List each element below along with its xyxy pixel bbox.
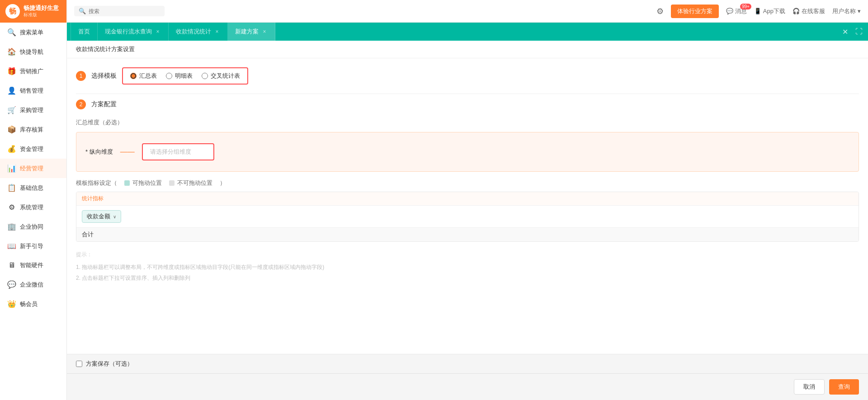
logo-title: 畅捷通好生意 — [24, 5, 59, 12]
sidebar-item-quick-nav[interactable]: 🏠 快捷导航 — [0, 42, 66, 61]
legend-draggable-label: 可拖动位置 — [132, 179, 162, 187]
tab-home-label: 首页 — [78, 28, 90, 36]
logo-subtitle: 标准版 — [24, 12, 59, 18]
divider1 — [76, 94, 859, 94]
sidebar-item-inventory[interactable]: 📦 库存核算 — [0, 120, 66, 139]
tab-home[interactable]: 首页 — [71, 23, 98, 41]
sidebar-item-hardware[interactable]: 🖥 智能硬件 — [0, 256, 66, 275]
service-label: 在线客服 — [802, 7, 825, 15]
tag-dropdown-icon[interactable]: ∨ — [113, 214, 116, 219]
radio-detail-label: 明细表 — [175, 72, 193, 80]
message-button[interactable]: 💬 99+ 消息 — [726, 7, 747, 15]
radio-cross-input[interactable] — [202, 73, 208, 79]
radio-detail[interactable]: 明细表 — [166, 72, 193, 80]
content-area: 收款情况统计方案设置 1 选择模板 汇总表 明细表 — [67, 41, 868, 400]
sidebar-item-label: 销售管理 — [20, 87, 43, 95]
radio-cross[interactable]: 交叉统计表 — [202, 72, 240, 80]
save-checkbox[interactable] — [76, 361, 82, 367]
dimension-row: * 纵向维度 —— 请选择分组维度 — [85, 143, 849, 160]
sidebar-item-label: 搜索菜单 — [20, 28, 43, 37]
logo-text-block: 畅捷通好生意 标准版 — [24, 5, 59, 18]
search-bar[interactable]: 🔍 — [74, 6, 165, 16]
trial-button[interactable]: 体验行业方案 — [671, 5, 719, 18]
tab-close-all-icon[interactable]: ✕ — [840, 26, 850, 38]
sidebar-nav: 🔍 搜索菜单 🏠 快捷导航 🎁 营销推广 👤 销售管理 🛒 采购管理 📦 库存核… — [0, 23, 66, 400]
sidebar-logo: 畅 畅捷通好生意 标准版 — [0, 0, 66, 23]
sidebar-item-finance[interactable]: 💰 资金管理 — [0, 139, 66, 159]
draggable-dot — [124, 180, 130, 186]
arrow-icon: —— — [120, 148, 135, 156]
step1-row: 1 选择模板 汇总表 明细表 交叉统计表 — [76, 67, 859, 85]
sidebar-item-label: 新手引导 — [20, 242, 43, 250]
sidebar-item-wechat[interactable]: 💬 企业微信 — [0, 275, 66, 294]
download-icon: 📱 — [754, 8, 761, 14]
radio-summary-input[interactable] — [130, 73, 137, 79]
tab-bank-flow[interactable]: 现金银行流水查询 × — [98, 23, 169, 41]
top-header: 🔍 ⚙ 体验行业方案 💬 99+ 消息 📱 App下载 🎧 在线客服 — [67, 0, 868, 23]
indicator-table: 统计指标 收款金额 ∨ 合计 — [76, 192, 859, 242]
sidebar: 畅 畅捷通好生意 标准版 🔍 搜索菜单 🏠 快捷导航 🎁 营销推广 👤 销售管理… — [0, 0, 67, 400]
tab-collection-stat-close[interactable]: × — [214, 28, 220, 35]
tab-bar-actions: ✕ ⛶ — [840, 26, 864, 38]
tips-area: 提示： 1. 拖动标题栏可以调整布局，不可跨维度或指标区域拖动目字段(只能在同一… — [76, 249, 859, 283]
dimension-select[interactable]: 请选择分组维度 — [142, 143, 214, 160]
sidebar-item-member[interactable]: 👑 畅会员 — [0, 294, 66, 314]
radio-cross-label: 交叉统计表 — [211, 72, 240, 80]
sidebar-item-basic[interactable]: 📋 基础信息 — [0, 178, 66, 198]
message-badge: 99+ — [740, 4, 751, 9]
app-download-link[interactable]: 📱 App下载 — [754, 7, 785, 15]
sidebar-item-label: 系统管理 — [20, 203, 43, 212]
search-input[interactable] — [89, 8, 143, 14]
query-button[interactable]: 查询 — [829, 379, 859, 395]
gear-icon: ⚙ — [7, 203, 16, 212]
user-name-button[interactable]: 用户名称 ▾ — [832, 7, 861, 15]
tab-new-scheme[interactable]: 新建方案 × — [228, 23, 275, 41]
sidebar-item-sales[interactable]: 👤 销售管理 — [0, 81, 66, 100]
tab-expand-icon[interactable]: ⛶ — [854, 26, 864, 38]
indicator-tags-row: 收款金额 ∨ — [76, 206, 859, 227]
clipboard-icon: 📋 — [7, 184, 16, 192]
sidebar-item-label: 库存核算 — [20, 126, 43, 134]
main-area: 🔍 ⚙ 体验行业方案 💬 99+ 消息 📱 App下载 🎧 在线客服 — [67, 0, 868, 400]
money-icon: 💰 — [7, 145, 16, 153]
tab-collection-stat[interactable]: 收款情况统计 × — [169, 23, 228, 41]
save-row: 方案保存（可选） — [67, 354, 868, 373]
tips-line1: 1. 拖动标题栏可以调整布局，不可跨维度或指标区域拖动目字段(只能在同一维度或指… — [76, 262, 859, 273]
sidebar-item-marketing[interactable]: 🎁 营销推广 — [0, 61, 66, 81]
sidebar-item-label: 企业协同 — [20, 223, 43, 231]
radio-summary[interactable]: 汇总表 — [130, 72, 157, 80]
monitor-icon: 🖥 — [7, 261, 16, 269]
settings-gear-icon[interactable]: ⚙ — [656, 6, 664, 16]
tips-title: 提示： — [76, 249, 859, 260]
sidebar-item-label: 畅会员 — [20, 300, 38, 308]
sidebar-item-search[interactable]: 🔍 搜索菜单 — [0, 23, 66, 42]
cancel-button[interactable]: 取消 — [794, 379, 825, 395]
sidebar-item-operation[interactable]: 📊 经营管理 — [0, 159, 66, 178]
online-service-link[interactable]: 🎧 在线客服 — [793, 7, 825, 15]
tab-new-scheme-close[interactable]: × — [261, 28, 268, 35]
tab-bank-flow-close[interactable]: × — [155, 28, 161, 35]
box-icon: 📦 — [7, 125, 16, 134]
bottom-bar: 取消 查询 — [67, 373, 868, 400]
indicator-tag-amount[interactable]: 收款金额 ∨ — [82, 210, 121, 223]
header-right: 💬 99+ 消息 📱 App下载 🎧 在线客服 用户名称 ▾ — [726, 7, 861, 15]
crown-icon: 👑 — [7, 300, 16, 308]
sidebar-item-label: 资金管理 — [20, 145, 43, 153]
save-label: 方案保存（可选） — [86, 360, 133, 368]
radio-group: 汇总表 明细表 交叉统计表 — [130, 72, 240, 80]
home-icon: 🏠 — [7, 47, 16, 56]
sidebar-item-purchase[interactable]: 🛒 采购管理 — [0, 100, 66, 120]
sidebar-item-system[interactable]: ⚙ 系统管理 — [0, 198, 66, 217]
building-icon: 🏢 — [7, 222, 16, 231]
sidebar-item-enterprise[interactable]: 🏢 企业协同 — [0, 217, 66, 236]
service-icon: 🎧 — [793, 8, 800, 14]
row-label: * 纵向维度 — [85, 148, 113, 156]
message-icon: 💬 — [726, 8, 733, 14]
user-label: 用户名称 — [832, 7, 856, 15]
radio-detail-input[interactable] — [166, 73, 172, 79]
gift-icon: 🎁 — [7, 67, 16, 75]
legend-close-paren: ） — [220, 179, 226, 187]
sidebar-item-guide[interactable]: 📖 新手引导 — [0, 236, 66, 256]
tab-collection-stat-label: 收款情况统计 — [176, 28, 211, 36]
step2-label: 方案配置 — [91, 100, 117, 108]
